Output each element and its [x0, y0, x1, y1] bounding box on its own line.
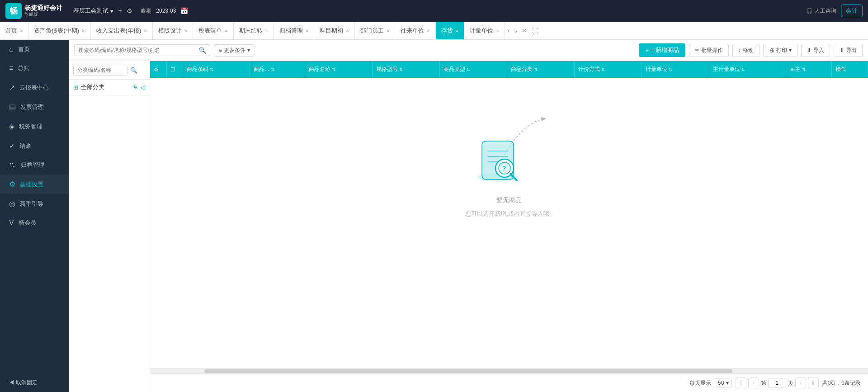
import-icon: ⬇: [807, 47, 811, 53]
sidebar-item-archive[interactable]: 🗂 归档管理: [0, 156, 69, 175]
per-page-label: 每页显示: [689, 379, 711, 387]
account-button[interactable]: 会计: [841, 5, 863, 17]
tab-nav-next[interactable]: ›: [512, 27, 520, 34]
export-button[interactable]: ⬆ 导出: [834, 44, 863, 57]
add-product-button[interactable]: + + 新增商品: [639, 43, 685, 57]
horizontal-scrollbar[interactable]: [150, 368, 868, 373]
dropdown-icon: ▾: [110, 8, 113, 14]
th-settings[interactable]: ⚙: [150, 61, 166, 78]
table-area: ⚙ ☐ 商品条码⇅ 商品...⇅ 商品名称⇅: [150, 61, 868, 368]
tab-period[interactable]: 期末结转 ×: [234, 22, 274, 40]
batch-operate-button[interactable]: ✏ 批量操作: [689, 44, 729, 57]
tab-income[interactable]: 收入支出表(年报) ×: [91, 22, 153, 40]
tab-subject[interactable]: 科目期初 ×: [314, 22, 354, 40]
tab-expand-icon[interactable]: ⛶: [529, 27, 541, 34]
import-button[interactable]: ⬇ 导入: [801, 44, 830, 57]
tab-archive[interactable]: 归档管理 ×: [274, 22, 314, 40]
tab-bar: 首页 × 资产负债表(中期) × 收入支出表(年报) × 模版设计 × 税表清单…: [0, 22, 868, 40]
th-unit: 计量单位⇅: [642, 61, 709, 78]
th-checkbox[interactable]: ☐: [166, 61, 183, 78]
tab-dept[interactable]: 部门员工 ×: [355, 22, 395, 40]
empty-subtitle: 您可以选择新增,或者直接导入哦~: [465, 210, 552, 218]
table-body: ? 暂无商品 您可以选择新增,或者直接导入哦~: [150, 78, 868, 259]
empty-illustration: ?: [468, 118, 550, 191]
sidebar-item-home[interactable]: ⌂ 首页: [0, 40, 69, 59]
service-button[interactable]: 🎧 人工咨询: [806, 7, 836, 15]
prev-page-button[interactable]: ‹: [748, 378, 759, 388]
sidebar-item-member[interactable]: V 畅会员: [0, 213, 69, 232]
period-value: 2023-03: [156, 8, 176, 14]
calendar-icon[interactable]: 📅: [180, 7, 188, 14]
tab-tax-close[interactable]: ×: [225, 28, 227, 33]
th-extra: ⊕主⇅: [787, 61, 831, 78]
sidebar-item-newbie[interactable]: ◎ 新手引导: [0, 194, 69, 213]
th-action: 操作: [831, 61, 868, 78]
tab-unit[interactable]: 计量单位 ×: [464, 22, 505, 40]
company-name: 基层工会测试: [73, 7, 108, 15]
logo-icon: 畅: [5, 3, 22, 19]
more-filter-label: 更多条件: [224, 47, 245, 54]
tab-tax[interactable]: 税表清单 ×: [193, 22, 233, 40]
newbie-icon: ◎: [9, 199, 15, 208]
tab-home[interactable]: 首页 ×: [0, 22, 28, 40]
last-page-button[interactable]: ⟫: [808, 378, 819, 388]
category-actions: ✎ ◁: [133, 84, 145, 91]
tab-template-close[interactable]: ×: [184, 28, 187, 33]
sidebar-member-label: 畅会员: [19, 219, 36, 227]
more-filter-button[interactable]: ≡ 更多条件 ▾: [214, 44, 255, 57]
add-product-label: + 新增商品: [651, 46, 679, 54]
sidebar-item-tax[interactable]: ◈ 税务管理: [0, 117, 69, 136]
tab-archive-close[interactable]: ×: [306, 28, 308, 33]
table-header-row: ⚙ ☐ 商品条码⇅ 商品...⇅ 商品名称⇅: [150, 61, 868, 78]
tab-supplier[interactable]: 往来单位 ×: [395, 22, 435, 40]
category-search-input[interactable]: [73, 65, 127, 76]
tab-unit-label: 计量单位: [470, 27, 493, 35]
next-page-button[interactable]: ›: [795, 378, 806, 388]
tab-period-close[interactable]: ×: [265, 28, 268, 33]
tab-template[interactable]: 模版设计 ×: [153, 22, 193, 40]
sidebar-item-basic[interactable]: ⚙ 基础设置: [0, 175, 69, 194]
sidebar-unpin-button[interactable]: ◀ 取消固定: [0, 373, 69, 392]
main-layout: ⌂ 首页 ≡ 总账 ↗ 云报表中心 ▤ 发票管理 ◈ 税务管理 ✓ 结账 🗂 归…: [0, 40, 868, 392]
tab-nav-prev[interactable]: ‹: [505, 27, 513, 34]
first-page-button[interactable]: ⟪: [736, 378, 746, 388]
tab-dept-close[interactable]: ×: [387, 28, 389, 33]
left-search: 🔍: [69, 61, 150, 80]
member-icon: V: [9, 219, 14, 227]
sidebar-item-settle[interactable]: ✓ 结账: [0, 136, 69, 156]
sidebar-item-invoice[interactable]: ▤ 发票管理: [0, 97, 69, 117]
category-edit-icon[interactable]: ✎: [133, 84, 138, 91]
tab-supplier-label: 往来单位: [401, 27, 424, 35]
tab-subject-close[interactable]: ×: [346, 28, 349, 33]
move-button[interactable]: ↕ 移动: [732, 44, 760, 57]
sidebar-item-report[interactable]: ↗ 云报表中心: [0, 78, 69, 97]
scrollbar-thumb[interactable]: [204, 369, 732, 373]
tab-nav-close[interactable]: ×: [520, 27, 529, 35]
sidebar-ledger-label: 总账: [18, 64, 29, 72]
th-price-method: 计价方式⇅: [575, 61, 642, 78]
tab-unit-close[interactable]: ×: [496, 28, 499, 33]
tab-balance-close[interactable]: ×: [82, 28, 85, 33]
main-search-wrap: 🔍: [74, 44, 210, 56]
tab-balance[interactable]: 资产负债表(中期) ×: [28, 22, 90, 40]
service-label: 人工咨询: [815, 7, 836, 15]
main-search-input[interactable]: [78, 47, 196, 53]
add-company-icon[interactable]: +: [118, 7, 122, 15]
main-search-icon[interactable]: 🔍: [198, 47, 206, 54]
tab-inventory[interactable]: 存货 ×: [436, 22, 464, 40]
settings-icon[interactable]: ⚙: [127, 7, 132, 14]
category-collapse-icon[interactable]: ◁: [140, 84, 145, 91]
tab-income-close[interactable]: ×: [144, 28, 146, 33]
tab-inventory-close[interactable]: ×: [456, 28, 458, 33]
per-page-select[interactable]: 50 ▾: [715, 378, 731, 388]
report-icon: ↗: [9, 83, 15, 92]
category-search-icon[interactable]: 🔍: [130, 67, 137, 74]
page-input[interactable]: [768, 378, 786, 388]
category-label: 全部分类: [81, 83, 104, 91]
sidebar-item-ledger[interactable]: ≡ 总账: [0, 59, 69, 78]
batch-icon: ✏: [695, 47, 699, 53]
print-button[interactable]: 🖨 打印 ▾: [763, 44, 797, 57]
tab-home-close[interactable]: ×: [20, 28, 23, 33]
company-selector[interactable]: 基层工会测试 ▾: [73, 7, 113, 15]
tab-supplier-close[interactable]: ×: [427, 28, 429, 33]
